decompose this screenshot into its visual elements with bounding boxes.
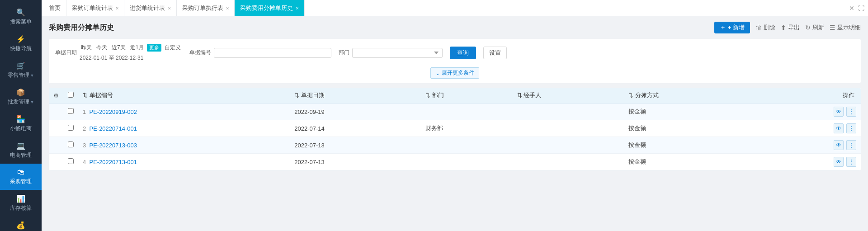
micro-shop-icon: 🏪 xyxy=(16,115,25,123)
view-action-icon[interactable]: 👁 xyxy=(834,140,844,150)
sidebar-item-finance[interactable]: 💰资金管理 xyxy=(0,217,42,231)
department-select[interactable]: 财务部 xyxy=(352,48,443,58)
date-opt-1month[interactable]: 近1月 xyxy=(129,43,146,52)
table-row: 1 PE-20220919-0022022-09-19按金额👁⋮ xyxy=(49,104,861,120)
th-handler[interactable]: ⇅ 经手人 xyxy=(513,88,624,104)
view-action-icon[interactable]: 👁 xyxy=(834,123,844,133)
row-number: 3 xyxy=(83,142,89,149)
row-handler-cell xyxy=(513,154,624,170)
th-department[interactable]: ⇅ 部门 xyxy=(421,88,513,104)
tab-close-icon[interactable]: × xyxy=(116,5,118,11)
more-action-icon[interactable]: ⋮ xyxy=(846,140,856,150)
action-icons-group: 👁⋮ xyxy=(760,140,856,150)
action-icons-group: 👁⋮ xyxy=(760,123,856,133)
row-split-method-cell: 按金额 xyxy=(624,154,755,170)
more-action-icon[interactable]: ⋮ xyxy=(846,107,856,117)
show-columns-button[interactable]: ☰ 显示明细 xyxy=(830,24,861,32)
date-opt-today[interactable]: 今天 xyxy=(95,43,108,52)
view-action-icon[interactable]: 👁 xyxy=(834,157,844,167)
tab-label: 首页 xyxy=(49,4,61,12)
page-content: 采购费用分摊单历史 ＋ + 新增 🗑 删除 ⬆ 导出 ↻ 刷新 xyxy=(42,16,868,231)
date-filter-label: 单据日期 xyxy=(55,49,77,57)
view-action-icon[interactable]: 👁 xyxy=(834,107,844,117)
sidebar-item-label: 搜索菜单 xyxy=(10,18,32,26)
tab-label: 采购订单执行表 xyxy=(182,4,223,12)
tab-close-icon[interactable]: × xyxy=(226,5,229,11)
th-date[interactable]: ⇅ 单据日期 xyxy=(290,88,421,104)
date-opt-yesterday[interactable]: 昨天 xyxy=(80,43,93,52)
sidebar-item-label: 批发管理 xyxy=(8,98,29,106)
row-settings-cell xyxy=(49,104,63,120)
close-window-icon[interactable]: ✕ xyxy=(849,5,854,12)
order-no-link[interactable]: PE-20220713-001 xyxy=(89,159,137,165)
sidebar-item-retail[interactable]: 🛒零售管理 ▼ xyxy=(0,57,42,84)
more-action-icon[interactable]: ⋮ xyxy=(846,157,856,167)
th-split-method[interactable]: ⇅ 分摊方式 xyxy=(624,88,755,104)
filter-bar: 单据日期 昨天 今天 近7天 近1月 更多 自定义 2022-01-01 至 2… xyxy=(49,39,861,83)
add-button[interactable]: ＋ + 新增 xyxy=(714,22,750,33)
sidebar-item-inventory[interactable]: 📊库存核算 xyxy=(0,190,42,217)
sidebar-item-label: 采购管理 xyxy=(10,178,32,185)
row-actions-cell: 👁⋮ xyxy=(755,137,861,154)
th-settings[interactable]: ⚙ xyxy=(49,88,63,104)
order-no-link[interactable]: PE-20220714-001 xyxy=(89,125,137,132)
sidebar-item-label: 电商管理 xyxy=(10,151,32,159)
sidebar-item-label: 零售管理 xyxy=(8,71,29,79)
date-options: 昨天 今天 近7天 近1月 更多 自定义 xyxy=(80,43,182,52)
sidebar-item-purchase[interactable]: 🛍采购管理 xyxy=(0,164,42,190)
refresh-button[interactable]: ↻ 刷新 xyxy=(805,24,824,32)
sort-icon-date: ⇅ xyxy=(294,92,299,99)
table-header: ⚙ ⇅ 单据编号 ⇅ 单据日期 ⇅ 部门 ⇅ 经手人 ⇅ 分摊方式 操作 xyxy=(49,88,861,104)
date-opt-7days[interactable]: 近7天 xyxy=(110,43,127,52)
table-row: 3 PE-20220713-0032022-07-13按金额👁⋮ xyxy=(49,137,861,154)
tab-purchase-order-stats[interactable]: 采购订单统计表× xyxy=(66,0,124,16)
sidebar-item-quick-nav[interactable]: ⚡快捷导航 xyxy=(0,30,42,57)
tab-purchase-cost-history[interactable]: 采购费用分摊单历史× xyxy=(235,0,304,16)
row-number: 4 xyxy=(83,159,89,165)
tab-home[interactable]: 首页 xyxy=(45,0,66,16)
tab-actions: ✕ ⛶ xyxy=(849,5,864,12)
date-opt-more[interactable]: 更多 xyxy=(147,44,161,52)
tab-close-icon[interactable]: × xyxy=(168,5,170,11)
sidebar-item-wholesale[interactable]: 📦批发管理 ▼ xyxy=(0,84,42,110)
row-handler-cell xyxy=(513,104,624,120)
table-row: 4 PE-20220713-0012022-07-13按金额👁⋮ xyxy=(49,154,861,170)
row-checkbox[interactable] xyxy=(68,125,74,131)
wholesale-icon: 📦 xyxy=(16,88,25,97)
tab-inbound-stats[interactable]: 进货单统计表× xyxy=(124,0,176,16)
row-checkbox[interactable] xyxy=(68,158,74,164)
department-filter-group: 部门 财务部 xyxy=(339,48,443,58)
tab-purchase-order-exec[interactable]: 采购订单执行表× xyxy=(177,0,235,16)
row-checkbox[interactable] xyxy=(68,108,74,114)
sort-icon-order-no: ⇅ xyxy=(83,92,88,99)
row-department-cell xyxy=(421,137,513,154)
export-button[interactable]: ⬆ 导出 xyxy=(781,24,800,32)
delete-button[interactable]: 🗑 删除 xyxy=(755,24,775,32)
query-button[interactable]: 查询 xyxy=(450,47,476,59)
row-order-no-cell: 4 PE-20220713-001 xyxy=(78,154,290,170)
sidebar-item-search[interactable]: 🔍搜索菜单 xyxy=(0,4,42,30)
tab-close-icon[interactable]: × xyxy=(296,5,298,11)
order-no-link[interactable]: PE-20220919-002 xyxy=(89,108,137,115)
tab-bar: 首页采购订单统计表×进货单统计表×采购订单执行表×采购费用分摊单历史× ✕ ⛶ xyxy=(42,0,868,16)
more-action-icon[interactable]: ⋮ xyxy=(846,123,856,133)
settings-button[interactable]: 设置 xyxy=(483,47,507,59)
date-filter-group: 单据日期 昨天 今天 近7天 近1月 更多 自定义 2022-01-01 至 2… xyxy=(55,43,182,62)
date-opt-custom[interactable]: 自定义 xyxy=(163,43,182,52)
expand-arrow-icon: ▼ xyxy=(30,100,34,104)
sidebar-item-micro-shop[interactable]: 🏪小畅电商 xyxy=(0,110,42,137)
export-icon: ⬆ xyxy=(781,24,786,31)
order-no-link[interactable]: PE-20220713-003 xyxy=(89,142,137,149)
maximize-window-icon[interactable]: ⛶ xyxy=(858,5,864,12)
purchase-icon: 🛍 xyxy=(17,168,24,176)
expand-filter-button[interactable]: ⌄ 展开更多条件 xyxy=(430,67,479,79)
select-all-checkbox[interactable] xyxy=(68,92,74,98)
sidebar-item-ecommerce[interactable]: 💻电商管理 xyxy=(0,137,42,164)
row-checkbox[interactable] xyxy=(68,141,74,147)
row-date-cell: 2022-09-19 xyxy=(290,104,421,120)
row-number: 2 xyxy=(83,125,89,132)
finance-icon: 💰 xyxy=(16,221,25,230)
th-order-no[interactable]: ⇅ 单据编号 xyxy=(78,88,290,104)
order-no-input[interactable] xyxy=(214,48,331,58)
row-checkbox-cell xyxy=(63,120,78,137)
